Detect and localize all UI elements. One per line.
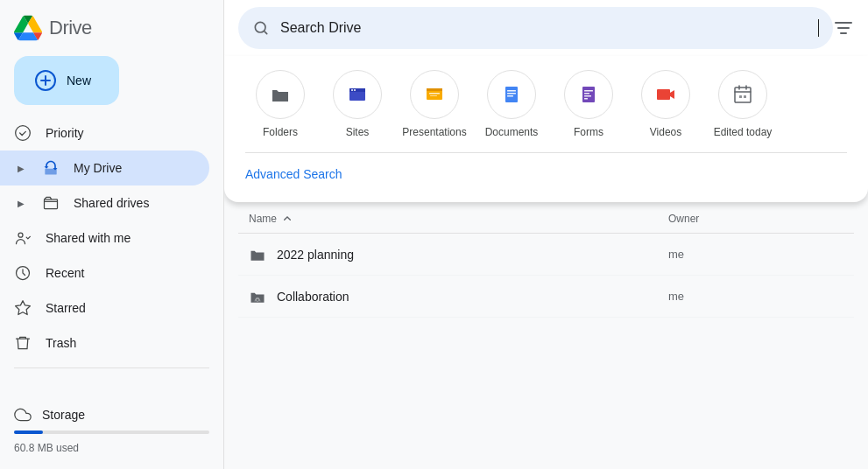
- search-type-presentations[interactable]: Presentations: [399, 70, 469, 138]
- chevron-right-icon: ▶: [14, 161, 28, 175]
- svg-rect-18: [507, 95, 513, 97]
- sidebar-item-my-drive[interactable]: ▶ My Drive: [0, 150, 209, 186]
- sidebar-item-label: Shared drives: [74, 196, 149, 210]
- edited-today-circle: [718, 70, 767, 119]
- storage-used-text: 60.8 MB used: [14, 442, 79, 454]
- svg-rect-19: [582, 87, 595, 102]
- file-name: Collaboration: [277, 290, 349, 304]
- svg-rect-20: [584, 90, 593, 92]
- shared-drives-icon: [42, 194, 60, 212]
- svg-point-9: [351, 89, 353, 91]
- app-logo: Drive: [0, 7, 223, 56]
- edited-today-label: Edited today: [714, 126, 773, 138]
- file-owner: me: [668, 290, 843, 303]
- svg-point-32: [256, 298, 259, 301]
- advanced-search-link[interactable]: Advanced Search: [224, 160, 868, 188]
- file-list-name: Collaboration: [249, 288, 668, 305]
- sidebar-item-shared-drives[interactable]: ▶ Shared drives: [0, 186, 209, 220]
- sidebar-nav: Priority ▶ My Drive ▶ Sha: [0, 116, 223, 360]
- folder-icon: [249, 246, 266, 263]
- cloud-icon: [14, 406, 32, 424]
- search-type-icons: Folders Sites: [224, 70, 868, 152]
- svg-rect-17: [507, 93, 516, 94]
- search-type-forms[interactable]: Forms: [554, 70, 624, 138]
- sidebar-item-label: Priority: [46, 126, 84, 140]
- sidebar: Drive New Priority ▶: [0, 0, 224, 469]
- svg-point-1: [16, 126, 31, 141]
- svg-rect-12: [427, 88, 442, 91]
- list-item[interactable]: 2022 planning me: [238, 234, 854, 276]
- plus-icon: [35, 70, 56, 91]
- search-type-documents[interactable]: Documents: [476, 70, 547, 138]
- videos-label: Videos: [650, 126, 681, 138]
- presentations-label: Presentations: [402, 126, 466, 138]
- cursor-indicator: [818, 19, 819, 37]
- sidebar-item-label: Shared with me: [46, 231, 131, 245]
- new-button[interactable]: New: [14, 56, 119, 105]
- search-type-videos[interactable]: Videos: [631, 70, 701, 138]
- svg-rect-23: [584, 98, 588, 100]
- sidebar-item-label: Recent: [46, 266, 84, 280]
- sidebar-item-trash[interactable]: Trash: [0, 326, 209, 360]
- svg-rect-21: [584, 93, 589, 94]
- svg-point-10: [354, 89, 356, 91]
- chevron-right-icon: ▶: [14, 196, 28, 210]
- svg-rect-25: [735, 88, 751, 102]
- sidebar-item-shared-with-me[interactable]: Shared with me: [0, 220, 209, 256]
- file-list-header: Name Owner: [238, 205, 854, 234]
- star-icon: [14, 299, 32, 317]
- svg-point-6: [255, 22, 265, 32]
- sidebar-divider: [14, 368, 209, 368]
- svg-rect-26: [739, 95, 742, 98]
- storage-row[interactable]: Storage: [14, 406, 209, 424]
- my-drive-icon: [42, 159, 60, 177]
- sidebar-item-starred[interactable]: Starred: [0, 290, 209, 326]
- shared-with-me-icon: [14, 229, 32, 247]
- file-list: Name Owner 2022 planning me: [224, 205, 868, 318]
- forms-label: Forms: [574, 126, 603, 138]
- documents-circle: [487, 70, 536, 119]
- search-type-edited-today[interactable]: Edited today: [708, 70, 778, 138]
- svg-rect-3: [45, 200, 58, 209]
- file-list-name: 2022 planning: [249, 246, 668, 263]
- sites-label: Sites: [346, 126, 370, 138]
- sidebar-item-label: My Drive: [74, 161, 122, 175]
- sidebar-item-label: Trash: [46, 336, 76, 350]
- storage-bar-fill: [14, 430, 43, 434]
- search-divider: [245, 152, 847, 153]
- svg-rect-27: [744, 95, 746, 98]
- sidebar-item-priority[interactable]: Priority: [0, 116, 209, 150]
- svg-rect-15: [505, 87, 518, 102]
- svg-rect-13: [429, 93, 440, 94]
- owner-column-header: Owner: [668, 212, 843, 226]
- svg-rect-22: [584, 95, 591, 97]
- trash-icon: [14, 334, 32, 352]
- search-bar[interactable]: [238, 7, 833, 49]
- search-input[interactable]: [280, 20, 806, 36]
- storage-label: Storage: [42, 408, 85, 422]
- forms-circle: [564, 70, 613, 119]
- file-owner: me: [668, 248, 843, 261]
- clock-icon: [14, 264, 32, 282]
- presentations-circle: [410, 70, 459, 119]
- search-dropdown: Folders Sites: [224, 56, 868, 202]
- svg-rect-24: [657, 89, 670, 100]
- svg-point-4: [18, 233, 23, 237]
- main-area: Folders Sites: [224, 0, 868, 469]
- list-item[interactable]: Collaboration me: [238, 276, 854, 318]
- search-type-folders[interactable]: Folders: [245, 70, 315, 138]
- new-button-label: New: [67, 74, 91, 88]
- sidebar-item-recent[interactable]: Recent: [0, 256, 209, 290]
- search-bar-container: [224, 0, 868, 56]
- sites-circle: [333, 70, 382, 119]
- name-column-header[interactable]: Name: [249, 212, 668, 226]
- check-circle-icon: [14, 124, 32, 142]
- storage-bar: [14, 430, 209, 434]
- folders-label: Folders: [263, 126, 298, 138]
- search-filter-icon[interactable]: [833, 18, 854, 38]
- shared-folder-icon: [249, 288, 266, 305]
- search-icon: [252, 19, 270, 37]
- sort-asc-icon: [280, 212, 294, 226]
- search-type-sites[interactable]: Sites: [322, 70, 392, 138]
- storage-section: Storage 60.8 MB used: [0, 399, 223, 462]
